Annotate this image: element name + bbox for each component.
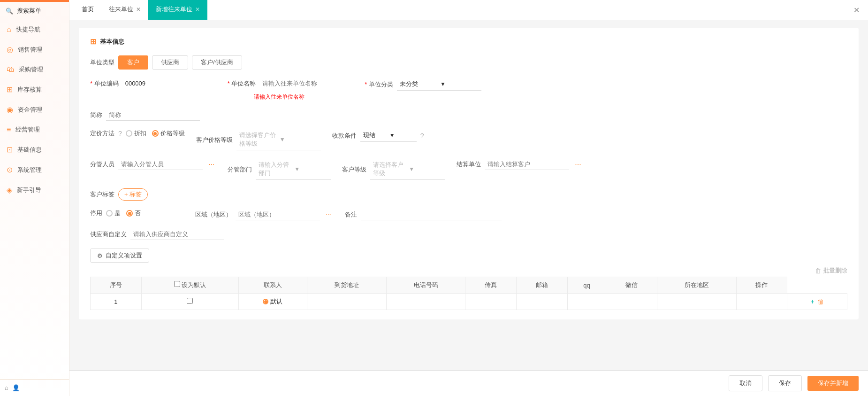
tab-partner[interactable]: 往来单位✕ — [101, 0, 148, 20]
manager-label: 分管人员 — [90, 160, 114, 169]
search-menu[interactable]: 🔍 搜索菜单 — [0, 2, 69, 20]
unit-code-field: 单位编码 — [90, 78, 216, 89]
region-label: 区域（地区） — [195, 210, 232, 219]
sidebar-bottom: ⌂ 👤 — [0, 379, 69, 396]
price-level-radio-icon — [152, 130, 159, 137]
col-header-0: 序号 — [91, 277, 142, 294]
sidebar-label-inventory: 库存核算 — [17, 85, 42, 94]
unit-type-supplier-button[interactable]: 供应商 — [152, 55, 188, 70]
region-more-icon[interactable]: ··· — [324, 210, 334, 219]
sidebar-label-finance: 资金管理 — [18, 106, 42, 114]
supplier-custom-input[interactable] — [130, 229, 224, 240]
department-chevron-icon: ▼ — [294, 166, 328, 172]
custom-settings-label: 自定义项设置 — [106, 251, 142, 260]
payment-condition-select[interactable]: 现结 ▼ — [360, 129, 417, 142]
payment-condition-help-icon[interactable]: ? — [420, 132, 424, 140]
col-header-5: 传真 — [465, 277, 517, 294]
cell-1 — [141, 294, 238, 310]
manager-input[interactable] — [118, 159, 203, 170]
save-new-button[interactable]: 保存并新增 — [807, 376, 859, 391]
delete-row-button[interactable]: 🗑 — [817, 298, 824, 305]
customer-level-select[interactable]: 请选择客户等级 ▼ — [370, 159, 445, 180]
select-all-checkbox[interactable] — [174, 281, 180, 287]
guide-icon: ◈ — [7, 186, 12, 194]
settlement-input[interactable] — [485, 159, 569, 170]
add-tag-button[interactable]: + 标签 — [118, 188, 148, 201]
contacts-table: 序号 设为默认联系人到货地址电话号码传真邮箱qq微信所在地区操作 1默认+🗑 — [90, 277, 847, 310]
customer-level-field: 客户等级 请选择客户等级 ▼ — [342, 159, 445, 180]
sidebar-item-inventory[interactable]: ⊞库存核算 — [0, 79, 69, 100]
main-area: 首页往来单位✕新增往来单位✕ ✕ ⊞ 基本信息 单位类型 客户供应商客户/供应商… — [69, 0, 868, 396]
customer-price-level-label: 客户价格等级 — [196, 136, 233, 144]
sidebar-item-sales[interactable]: ◎销售管理 — [0, 39, 69, 60]
batch-delete-button[interactable]: 🗑 批量删除 — [815, 266, 847, 275]
department-field: 分管部门 请输入分管部门 ▼ — [228, 159, 331, 180]
sidebar-item-basic[interactable]: ⊡基础信息 — [0, 140, 69, 160]
sidebar-label-purchase: 采购管理 — [19, 65, 43, 74]
sidebar-item-guide[interactable]: ◈新手引导 — [0, 180, 69, 200]
region-input[interactable] — [236, 209, 320, 220]
sales-icon: ◎ — [7, 45, 13, 54]
disabled-radio-yes[interactable]: 是 — [106, 209, 121, 217]
abbr-input[interactable] — [106, 109, 200, 121]
tab-home[interactable]: 首页 — [74, 0, 101, 20]
tab-new-partner[interactable]: 新增往来单位✕ — [148, 0, 207, 20]
unit-category-chevron-icon: ▼ — [440, 81, 479, 87]
unit-type-both-button[interactable]: 客户/供应商 — [192, 55, 242, 70]
user-icon: 👤 — [12, 384, 20, 391]
settlement-field: 结算单位 ··· — [457, 159, 583, 170]
pricing-field: 定价方法 ? 折扣价格等级 — [90, 129, 185, 138]
unit-name-input[interactable] — [259, 78, 353, 89]
tab-close-new-partner[interactable]: ✕ — [195, 6, 200, 13]
cell-6 — [517, 294, 568, 310]
close-all-tabs[interactable]: ✕ — [850, 4, 863, 16]
pricing-radio-label-price-level: 价格等级 — [160, 129, 185, 138]
department-select[interactable]: 请输入分管部门 ▼ — [256, 159, 331, 180]
sidebar-label-guide: 新手引导 — [17, 186, 41, 194]
sidebar: 🔍 搜索菜单 ⌂快捷导航◎销售管理🛍采购管理⊞库存核算◉资金管理≡经营管理⊡基础… — [0, 0, 69, 396]
customer-price-level-select[interactable]: 请选择客户价格等级 ▼ — [236, 129, 321, 150]
col-header-3: 到货地址 — [307, 277, 386, 294]
sidebar-label-quick-nav: 快捷导航 — [16, 25, 40, 34]
sidebar-label-operation: 经营管理 — [15, 125, 40, 134]
unit-code-input[interactable] — [122, 78, 216, 89]
sidebar-item-quick-nav[interactable]: ⌂快捷导航 — [0, 20, 69, 39]
disabled-label: 停用 — [90, 209, 102, 217]
default-radio-icon — [263, 299, 268, 304]
disabled-radio-no[interactable]: 否 — [126, 209, 141, 217]
tab-label-home: 首页 — [82, 5, 94, 14]
cancel-button[interactable]: 取消 — [729, 375, 762, 391]
customer-tag-label: 客户标签 — [90, 190, 114, 199]
system-icon: ⊙ — [7, 165, 13, 174]
col-header-4: 电话号码 — [386, 277, 465, 294]
disabled-radio-label-no: 否 — [135, 209, 141, 217]
section-title-text: 基本信息 — [100, 38, 124, 46]
no-disabled-radio-icon — [126, 210, 133, 217]
home-icon: ⌂ — [5, 384, 8, 391]
inventory-icon: ⊞ — [7, 85, 13, 94]
add-row-button[interactable]: + — [811, 298, 815, 305]
custom-settings-button[interactable]: ⚙ 自定义项设置 — [90, 248, 149, 263]
sidebar-item-operation[interactable]: ≡经营管理 — [0, 120, 69, 140]
unit-type-customer-button[interactable]: 客户 — [118, 55, 148, 70]
remark-input[interactable] — [361, 209, 502, 220]
sidebar-item-finance[interactable]: ◉资金管理 — [0, 100, 69, 120]
quick-nav-icon: ⌂ — [7, 25, 11, 34]
form-row-supplier-custom: 供应商自定义 — [90, 229, 847, 240]
col-header-8: 微信 — [606, 277, 657, 294]
sidebar-item-system[interactable]: ⊙系统管理 — [0, 160, 69, 180]
tab-close-partner[interactable]: ✕ — [136, 6, 141, 13]
row-checkbox[interactable] — [187, 298, 193, 304]
pricing-help-icon[interactable]: ? — [118, 130, 122, 137]
pricing-radio-price-level[interactable]: 价格等级 — [152, 129, 185, 138]
pricing-radio-discount[interactable]: 折扣 — [126, 129, 146, 138]
remark-label: 备注 — [345, 210, 357, 219]
save-button[interactable]: 保存 — [768, 375, 802, 391]
unit-category-select[interactable]: 未分类 ▼ — [397, 78, 481, 91]
form-row-disabled: 停用 是否 区域（地区） ··· 备注 — [90, 209, 847, 220]
sidebar-item-purchase[interactable]: 🛍采购管理 — [0, 60, 69, 79]
manager-more-icon[interactable]: ··· — [206, 160, 216, 169]
form-row-tags: 客户标签 + 标签 — [90, 188, 847, 201]
payment-condition-field: 收款条件 现结 ▼ ? — [332, 129, 426, 142]
settlement-more-icon[interactable]: ··· — [573, 160, 583, 169]
